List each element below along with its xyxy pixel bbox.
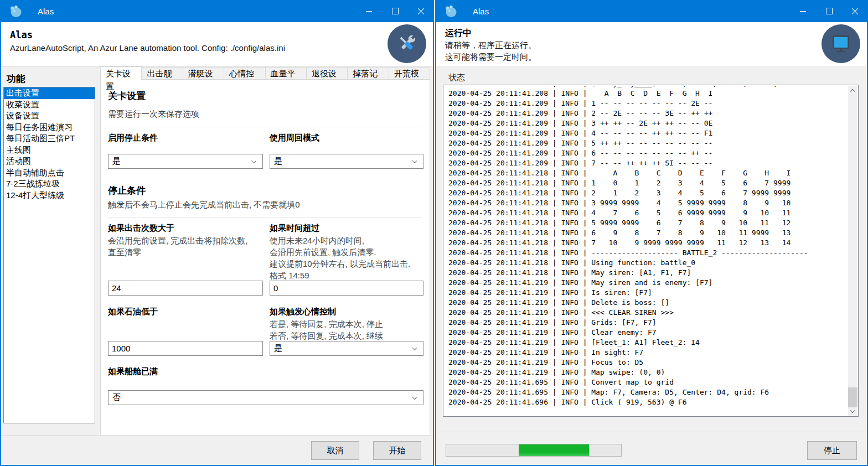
if-time-label: 如果时间超过 bbox=[270, 223, 319, 234]
if-dock-full-label: 如果船舱已满 bbox=[108, 366, 158, 377]
tab-submarine-settings[interactable]: 潜艇设置 bbox=[183, 67, 224, 80]
divider bbox=[108, 127, 422, 127]
if-emotion-desc-1: 若是, 等待回复, 完成本次, 停止 bbox=[270, 319, 383, 330]
tab-row: 关卡设置 出击舰队 潜艇设置 心情控制 血量平衡 退役设置 掉落记录 开荒模式 bbox=[100, 67, 430, 80]
maximize-icon bbox=[826, 8, 833, 14]
alas-config-window: Alas Alas AzurLaneAutoScript, An Azur La… bbox=[0, 0, 434, 466]
wrench-screwdriver-icon bbox=[395, 32, 418, 55]
if-oil-input[interactable] bbox=[108, 341, 263, 356]
minimize-icon bbox=[800, 11, 806, 12]
sidebar-item-device-settings[interactable]: 设备设置 bbox=[4, 110, 95, 122]
titlebar: Alas bbox=[0, 0, 434, 22]
scroll-down-button[interactable] bbox=[848, 406, 857, 416]
app-title: Alas bbox=[1, 22, 433, 40]
tab-stage-settings[interactable]: 关卡设置 bbox=[100, 66, 142, 80]
sidebar-item-sortie-settings[interactable]: 出击设置 bbox=[4, 87, 95, 99]
if-count-desc-2: 直至清零 bbox=[108, 247, 141, 258]
if-time-desc-4: 格式 14:59 bbox=[270, 270, 309, 282]
right-footer: 停止 bbox=[436, 432, 867, 465]
maximize-button[interactable] bbox=[816, 0, 842, 22]
monitor-icon bbox=[829, 32, 852, 55]
tab-drop-record[interactable]: 掉落记录 bbox=[348, 67, 389, 80]
minimize-icon bbox=[366, 11, 372, 12]
progress-bar bbox=[446, 444, 622, 457]
form-heading-desc: 需要运行一次来保存选项 bbox=[108, 109, 199, 120]
tab-hp-balance[interactable]: 血量平衡 bbox=[266, 67, 307, 80]
enable-stop-label: 启用停止条件 bbox=[108, 133, 158, 143]
alas-running-window: Alas 运行中 请稍等，程序正在运行。 这可能将需要一定时间。 状态 bbox=[435, 0, 868, 466]
function-listbox: 出击设置 收菜设置 设备设置 每日任务困难演习 每日活动图三倍PT 主线图 活动… bbox=[3, 87, 95, 423]
log-text: 2020-04-25 20:11:41.208 | INFO | [enemy_… bbox=[448, 86, 848, 407]
progress-indicator bbox=[519, 444, 589, 456]
stop-condition-desc: 触发后不会马上停止会先完成当前出击, 不需要就填0 bbox=[108, 200, 300, 210]
if-emotion-label: 如果触发心情控制 bbox=[270, 307, 336, 317]
chevron-down-icon bbox=[412, 346, 417, 350]
enable-stop-select[interactable]: 是 bbox=[108, 154, 263, 169]
run-header: 运行中 请稍等，程序正在运行。 这可能将需要一定时间。 bbox=[436, 22, 867, 66]
chevron-down-icon bbox=[412, 159, 417, 163]
sidebar-item-7-2-scrap[interactable]: 7-2三战拣垃圾 bbox=[4, 178, 95, 190]
window-controls bbox=[790, 0, 868, 22]
app-subtitle: AzurLaneAutoScript, An Azur Lane automat… bbox=[1, 40, 433, 53]
alas-logo-icon bbox=[444, 4, 458, 18]
if-emotion-select[interactable]: 是 bbox=[270, 341, 423, 356]
left-footer: 取消 开始 bbox=[1, 435, 433, 465]
tab-sortie-fleet[interactable]: 出击舰队 bbox=[142, 67, 183, 80]
sidebar-item-daily-hard-exercise[interactable]: 每日任务困难演习 bbox=[4, 122, 95, 133]
if-emotion-desc-2: 若否, 等待回复, 完成本次, 继续 bbox=[270, 330, 383, 342]
monitor-badge bbox=[822, 24, 860, 63]
stop-button[interactable]: 停止 bbox=[807, 441, 857, 460]
chevron-down-icon bbox=[252, 159, 256, 163]
chevron-down-icon bbox=[851, 409, 855, 413]
cycle-mode-value: 是 bbox=[274, 156, 282, 167]
if-oil-label: 如果石油低于 bbox=[108, 307, 158, 317]
close-button[interactable] bbox=[842, 0, 868, 22]
tools-badge bbox=[388, 24, 426, 63]
cycle-mode-label: 使用周回模式 bbox=[270, 133, 319, 143]
run-status-title: 运行中 bbox=[436, 22, 867, 39]
cancel-button[interactable]: 取消 bbox=[311, 441, 359, 460]
chevron-down-icon bbox=[412, 395, 417, 400]
sidebar-heading: 功能 bbox=[7, 73, 25, 85]
sidebar-item-main-map[interactable]: 主线图 bbox=[4, 144, 95, 156]
if-time-input[interactable] bbox=[270, 281, 423, 296]
start-button[interactable]: 开始 bbox=[373, 441, 421, 460]
close-button[interactable] bbox=[408, 0, 434, 22]
if-emotion-value: 是 bbox=[274, 343, 282, 354]
if-count-input[interactable] bbox=[108, 281, 263, 296]
if-count-desc-1: 会沿用先前设置, 完成出击将扣除次数, bbox=[108, 235, 248, 247]
minimize-button[interactable] bbox=[790, 0, 816, 22]
window-controls bbox=[356, 0, 434, 22]
sidebar-item-12-4-leveling[interactable]: 12-4打大型练级 bbox=[4, 190, 95, 201]
if-time-desc-3: 建议提前10分钟左右, 以完成当前出击. bbox=[270, 258, 410, 270]
maximize-button[interactable] bbox=[382, 0, 408, 22]
if-dock-full-value: 否 bbox=[112, 392, 121, 403]
divider bbox=[108, 218, 422, 218]
scroll-thumb[interactable] bbox=[848, 387, 857, 407]
sidebar-item-harvest-settings[interactable]: 收菜设置 bbox=[4, 99, 95, 111]
sidebar-item-event-map[interactable]: 活动图 bbox=[4, 156, 95, 167]
sidebar-item-daily-event-3x-pt[interactable]: 每日活动图三倍PT bbox=[4, 133, 95, 144]
minimize-button[interactable] bbox=[356, 0, 382, 22]
log-output: 2020-04-25 20:11:41.208 | INFO | [enemy_… bbox=[443, 85, 859, 417]
close-icon bbox=[851, 8, 859, 15]
window-title: Alas bbox=[38, 7, 54, 16]
settings-notebook: 关卡设置 出击舰队 潜艇设置 心情控制 血量平衡 退役设置 掉落记录 开荒模式 … bbox=[100, 67, 430, 436]
run-status-line-2: 这可能将需要一定时间。 bbox=[436, 51, 867, 63]
if-time-desc-2: 会沿用先前设置, 触发后清零. bbox=[270, 247, 376, 258]
chevron-up-icon bbox=[851, 89, 855, 92]
if-dock-full-select[interactable]: 否 bbox=[108, 390, 423, 405]
tab-mood-control[interactable]: 心情控制 bbox=[224, 67, 265, 80]
maximize-icon bbox=[392, 8, 399, 14]
tab-pioneer-mode[interactable]: 开荒模式 bbox=[389, 67, 430, 80]
run-status-line-1: 请稍等，程序正在运行。 bbox=[436, 39, 867, 51]
status-label: 状态 bbox=[448, 73, 465, 83]
cycle-mode-select[interactable]: 是 bbox=[270, 154, 423, 169]
tab-retire-settings[interactable]: 退役设置 bbox=[307, 67, 348, 80]
app-header: Alas AzurLaneAutoScript, An Azur Lane au… bbox=[1, 22, 433, 66]
log-scrollbar[interactable] bbox=[848, 86, 857, 416]
alas-logo-icon bbox=[9, 4, 23, 18]
sidebar-item-semi-auto-assist[interactable]: 半自动辅助点击 bbox=[4, 167, 95, 179]
titlebar: Alas bbox=[435, 0, 868, 22]
scroll-up-button[interactable] bbox=[848, 86, 857, 95]
